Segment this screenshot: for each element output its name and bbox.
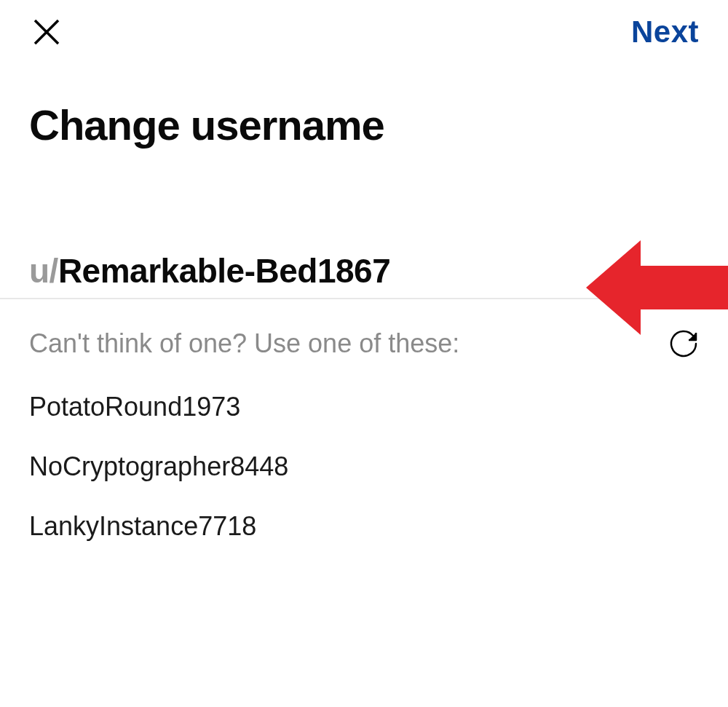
refresh-icon	[668, 328, 699, 359]
suggestion-item[interactable]: PotatoRound1973	[29, 377, 699, 437]
header: Next	[0, 0, 728, 57]
close-button[interactable]	[29, 15, 64, 50]
close-icon	[29, 15, 64, 50]
username-input[interactable]	[58, 251, 699, 291]
username-prefix: u/	[29, 251, 58, 291]
suggestion-header: Can't think of one? Use one of these:	[0, 299, 728, 377]
username-field[interactable]: u/	[0, 171, 728, 299]
refresh-button[interactable]	[668, 328, 699, 359]
next-button[interactable]: Next	[631, 15, 699, 50]
page-title: Change username	[0, 57, 728, 171]
suggestion-list: PotatoRound1973 NoCryptographer8448 Lank…	[0, 377, 728, 556]
suggestion-label: Can't think of one? Use one of these:	[29, 328, 459, 359]
suggestion-item[interactable]: NoCryptographer8448	[29, 437, 699, 497]
suggestion-item[interactable]: LankyInstance7718	[29, 497, 699, 556]
